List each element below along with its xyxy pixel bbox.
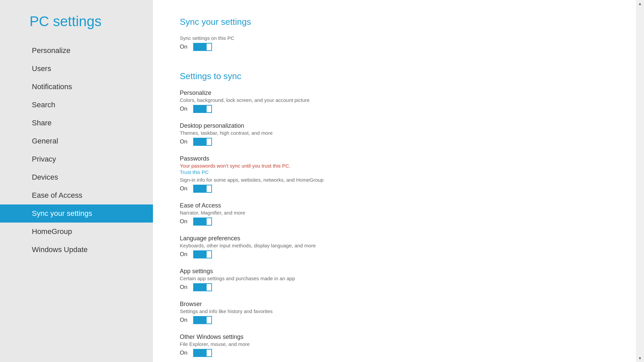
- setting-personalize: Personalize Colors, background, lock scr…: [180, 89, 617, 113]
- setting-language-preferences-on-label: On: [180, 251, 190, 258]
- setting-personalize-on-label: On: [180, 106, 190, 112]
- sidebar: PC settings Personalize Users Notificati…: [0, 0, 153, 362]
- setting-passwords-toggle-row: On: [180, 185, 617, 193]
- setting-ease-of-access-desc: Narrator, Magnifier, and more: [180, 210, 617, 216]
- setting-personalize-toggle-row: On: [180, 105, 617, 113]
- sync-settings-on-pc-block: Sync settings on this PC On: [180, 35, 617, 51]
- setting-other-windows-settings-toggle-row: On: [180, 349, 617, 357]
- setting-ease-of-access-on-label: On: [180, 218, 190, 225]
- sidebar-item-devices[interactable]: Devices: [0, 168, 153, 186]
- sync-on-pc-toggle[interactable]: [193, 43, 212, 51]
- sync-settings-on-pc-label: Sync settings on this PC: [180, 35, 617, 41]
- main-content: Sync your settings Sync settings on this…: [153, 0, 644, 362]
- sidebar-item-general[interactable]: General: [0, 132, 153, 150]
- app-title: PC settings: [0, 13, 153, 42]
- setting-passwords-toggle[interactable]: [193, 185, 212, 193]
- setting-personalize-toggle[interactable]: [193, 105, 212, 113]
- sidebar-item-windows-update[interactable]: Windows Update: [0, 241, 153, 259]
- setting-ease-of-access-toggle[interactable]: [193, 218, 212, 226]
- setting-personalize-desc: Colors, background, lock screen, and you…: [180, 97, 617, 103]
- settings-to-sync-title: Settings to sync: [180, 71, 617, 81]
- setting-app-settings-toggle-row: On: [180, 283, 617, 291]
- setting-browser-label: Browser: [180, 301, 617, 308]
- setting-browser-desc: Settings and info like history and favor…: [180, 308, 617, 314]
- setting-language-preferences-toggle[interactable]: [193, 250, 212, 258]
- setting-other-windows-settings: Other Windows settings File Explorer, mo…: [180, 334, 617, 357]
- setting-other-windows-settings-label: Other Windows settings: [180, 334, 617, 341]
- setting-app-settings-desc: Certain app settings and purchases made …: [180, 276, 617, 281]
- setting-desktop-personalization: Desktop personalization Themes, taskbar,…: [180, 122, 617, 146]
- setting-language-preferences-label: Language preferences: [180, 235, 617, 242]
- setting-other-windows-settings-toggle[interactable]: [193, 349, 212, 357]
- sync-on-pc-toggle-row: On: [180, 43, 617, 51]
- setting-ease-of-access-label: Ease of Access: [180, 202, 617, 209]
- setting-browser-toggle-row: On: [180, 316, 617, 324]
- setting-browser-on-label: On: [180, 317, 190, 323]
- sidebar-item-sync-your-settings[interactable]: Sync your settings: [0, 204, 153, 223]
- setting-desktop-personalization-desc: Themes, taskbar, high contrast, and more: [180, 130, 617, 136]
- setting-other-windows-settings-desc: File Explorer, mouse, and more: [180, 341, 617, 347]
- setting-browser: Browser Settings and info like history a…: [180, 301, 617, 324]
- sync-settings-title: Sync your settings: [180, 17, 617, 27]
- scroll-up-arrow[interactable]: ▲: [638, 1, 642, 6]
- setting-app-settings-on-label: On: [180, 284, 190, 291]
- setting-desktop-personalization-toggle-row: On: [180, 138, 617, 146]
- setting-app-settings-label: App settings: [180, 268, 617, 275]
- sidebar-item-share[interactable]: Share: [0, 114, 153, 132]
- setting-language-preferences-desc: Keyboards, other input methods, display …: [180, 243, 617, 248]
- setting-passwords-trust-link[interactable]: Trust this PC: [180, 169, 617, 175]
- setting-passwords-extra-desc: Sign-in info for some apps, websites, ne…: [180, 177, 617, 183]
- setting-desktop-personalization-label: Desktop personalization: [180, 122, 617, 129]
- setting-desktop-personalization-toggle[interactable]: [193, 138, 212, 146]
- setting-app-settings: App settings Certain app settings and pu…: [180, 268, 617, 291]
- sidebar-item-search[interactable]: Search: [0, 96, 153, 114]
- sidebar-item-ease-of-access[interactable]: Ease of Access: [0, 186, 153, 204]
- setting-ease-of-access: Ease of Access Narrator, Magnifier, and …: [180, 202, 617, 226]
- setting-passwords-on-label: On: [180, 185, 190, 192]
- setting-language-preferences-toggle-row: On: [180, 250, 617, 258]
- sync-on-pc-on-label: On: [180, 44, 190, 50]
- setting-personalize-label: Personalize: [180, 89, 617, 97]
- setting-language-preferences: Language preferences Keyboards, other in…: [180, 235, 617, 258]
- sidebar-item-users[interactable]: Users: [0, 60, 153, 78]
- setting-ease-of-access-toggle-row: On: [180, 218, 617, 226]
- setting-other-windows-settings-on-label: On: [180, 350, 190, 356]
- scroll-down-arrow[interactable]: ▼: [638, 356, 642, 361]
- setting-passwords-label: Passwords: [180, 155, 617, 162]
- scroll-arrows: ▲ ▼: [636, 0, 644, 362]
- sidebar-item-homegroup[interactable]: HomeGroup: [0, 223, 153, 241]
- sidebar-item-notifications[interactable]: Notifications: [0, 78, 153, 96]
- sidebar-item-personalize[interactable]: Personalize: [0, 42, 153, 60]
- setting-passwords-warn: Your passwords won't sync until you trus…: [180, 163, 617, 169]
- setting-passwords: Passwords Your passwords won't sync unti…: [180, 155, 617, 193]
- setting-browser-toggle[interactable]: [193, 316, 212, 324]
- setting-desktop-personalization-on-label: On: [180, 138, 190, 145]
- setting-app-settings-toggle[interactable]: [193, 283, 212, 291]
- sidebar-item-privacy[interactable]: Privacy: [0, 150, 153, 168]
